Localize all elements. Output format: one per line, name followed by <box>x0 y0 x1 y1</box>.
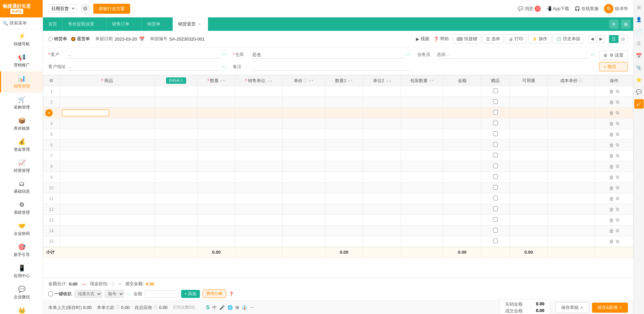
delete-row-icon[interactable]: 🗑 <box>609 110 614 116</box>
search-menu[interactable]: 🔍 搜索菜单 <box>0 17 43 29</box>
sidebar-item-wechat[interactable]: 💬 企业微信 <box>0 282 43 303</box>
row-product-cell[interactable] <box>60 118 155 129</box>
copy-row-icon[interactable]: ⧉ <box>616 174 619 180</box>
row-gift-cell[interactable] <box>481 226 510 236</box>
gift-checkbox[interactable] <box>493 217 498 222</box>
product-input[interactable] <box>62 110 109 116</box>
gift-checkbox[interactable] <box>493 185 498 190</box>
copy-row-icon[interactable]: ⧉ <box>616 164 619 169</box>
row-product-cell[interactable] <box>60 140 155 150</box>
cost-split-btn[interactable]: 费用分摊 <box>203 290 226 298</box>
row-product-cell[interactable] <box>60 183 155 193</box>
row-gift-cell[interactable] <box>481 118 510 129</box>
row-product-cell[interactable] <box>60 129 155 140</box>
tab-sale-return-close[interactable]: × <box>197 21 202 27</box>
delete-row-icon[interactable]: 🗑 <box>609 153 614 159</box>
warehouse-more-btn[interactable]: ··· <box>406 52 411 58</box>
experience-btn[interactable]: 体验行业方案 <box>93 4 130 14</box>
select-btn[interactable]: ☰ 选单 <box>482 34 504 44</box>
right-star-btn[interactable]: ⭐ <box>634 75 644 84</box>
right-user-btn[interactable]: 👤 <box>634 15 644 24</box>
gift-checkbox[interactable] <box>493 88 498 93</box>
copy-row-icon[interactable]: ⧉ <box>616 99 619 105</box>
add-payment-btn[interactable]: + 添加 <box>181 290 200 298</box>
cash-discount-info[interactable]: ⓘ <box>111 281 115 287</box>
row-gift-cell[interactable] <box>481 172 510 183</box>
delete-row-icon[interactable]: 🗑 <box>609 185 614 191</box>
history-btn[interactable]: 🕐 历史单据 <box>552 34 584 44</box>
logistics-btn[interactable]: + 物流 <box>599 62 628 71</box>
gift-checkbox[interactable] <box>493 142 498 147</box>
sidebar-item-operation[interactable]: 📈 经营管理 <box>0 156 43 177</box>
sidebar-item-finance[interactable]: 💰 资金管理 <box>0 135 43 156</box>
sidebar-item-member[interactable]: 👑 畅会员 <box>0 303 43 314</box>
delete-row-icon[interactable]: 🗑 <box>609 142 614 148</box>
sidebar-item-enterprise[interactable]: 🤝 企业协同 <box>0 219 43 240</box>
gift-checkbox[interactable] <box>493 228 498 233</box>
shortcut-btn[interactable]: ⌨ 快捷键 <box>453 34 481 44</box>
help-action[interactable]: ❓ 帮助 <box>433 36 449 42</box>
staff-more-btn[interactable]: ··· <box>591 52 595 58</box>
sidebar-item-inventory[interactable]: 📦 库存核算 <box>0 114 43 135</box>
sidebar-item-newbie[interactable]: 🎯 新手引导 <box>0 240 43 261</box>
tab-sale-order-close[interactable]: × <box>131 21 136 27</box>
right-clip-btn[interactable]: 📎 <box>634 63 644 72</box>
gift-checkbox[interactable] <box>493 206 498 211</box>
copy-row-icon[interactable]: ⧉ <box>616 206 619 212</box>
calendar-icon[interactable]: 📅 <box>139 37 145 42</box>
unit-debt-info[interactable]: ⓘ <box>116 305 120 310</box>
copy-row-icon[interactable]: ⧉ <box>616 121 619 126</box>
row-product-cell[interactable] <box>60 215 155 226</box>
add-row-btn[interactable]: + <box>45 109 53 117</box>
row-gift-cell[interactable] <box>481 150 510 161</box>
row-gift-cell[interactable] <box>481 193 510 204</box>
row-product-cell[interactable] <box>60 236 155 247</box>
app-download-btn[interactable]: 📲 App下载 <box>546 6 569 12</box>
video-action[interactable]: ▶ 视频 <box>416 36 429 42</box>
receivable-info[interactable]: ⓘ <box>154 305 158 310</box>
scan-input-btn[interactable]: 扫码录入 <box>166 77 186 84</box>
radio-return[interactable]: 退货单 <box>71 36 90 42</box>
delete-row-icon[interactable]: 🗑 <box>609 164 614 169</box>
gift-checkbox[interactable] <box>493 121 498 125</box>
row-product-cell[interactable] <box>60 108 155 118</box>
row-gift-cell[interactable] <box>481 86 510 97</box>
user-profile-btn[interactable]: 徐 徐泽华 <box>604 4 628 13</box>
tab-sale-price-close[interactable]: × <box>96 21 101 27</box>
sidebar-item-apps[interactable]: 📱 应用中心 <box>0 261 43 282</box>
delete-row-icon[interactable]: 🗑 <box>609 121 614 126</box>
gift-checkbox[interactable] <box>493 174 498 179</box>
address-input[interactable] <box>68 63 219 71</box>
account-select[interactable]: 陈号 <box>105 290 124 298</box>
copy-row-icon[interactable]: ⧉ <box>616 131 619 137</box>
sidebar-item-marketing[interactable]: 📢 营销推广 <box>0 50 43 71</box>
online-service-btn[interactable]: 🎧 在线客服 <box>575 6 599 12</box>
delete-row-icon[interactable]: 🗑 <box>609 89 614 94</box>
copy-row-icon[interactable]: ⧉ <box>616 217 619 223</box>
sidebar-item-sales[interactable]: 📊 销售管理 <box>0 71 43 92</box>
qty-sort-icon[interactable]: ▲▼ <box>220 79 225 82</box>
warehouse-input[interactable] <box>252 51 404 59</box>
row-product-cell[interactable] <box>60 161 155 172</box>
industry-select[interactable]: 日用百货 <box>48 4 77 13</box>
one-click-payment-checkbox[interactable] <box>48 292 53 296</box>
copy-row-icon[interactable]: ⧉ <box>616 142 619 148</box>
payment-amount-input[interactable] <box>145 290 178 298</box>
gift-checkbox[interactable] <box>493 164 498 168</box>
row-gift-cell[interactable] <box>481 97 510 108</box>
delete-row-icon[interactable]: 🗑 <box>609 196 614 201</box>
calc-method-select[interactable]: 结算方式 <box>74 290 102 298</box>
gift-checkbox[interactable] <box>493 196 498 200</box>
radio-return-input[interactable] <box>71 37 75 41</box>
row-product-cell[interactable] <box>60 204 155 215</box>
row-product-cell[interactable] <box>60 86 155 97</box>
tab-sale-return[interactable]: 销货退货 × <box>173 17 208 31</box>
copy-row-icon[interactable]: ⧉ <box>616 185 619 191</box>
gift-checkbox[interactable] <box>493 99 498 104</box>
gift-checkbox[interactable] <box>493 239 498 243</box>
gift-checkbox[interactable] <box>493 131 498 136</box>
copy-row-icon[interactable]: ⧉ <box>616 196 619 201</box>
sidebar-item-purchase[interactable]: 🛒 采购管理 <box>0 92 43 114</box>
save-draft-btn[interactable]: 保存草稿 ∧ <box>555 302 589 313</box>
history-prev-btn[interactable]: ◀ <box>588 35 596 43</box>
